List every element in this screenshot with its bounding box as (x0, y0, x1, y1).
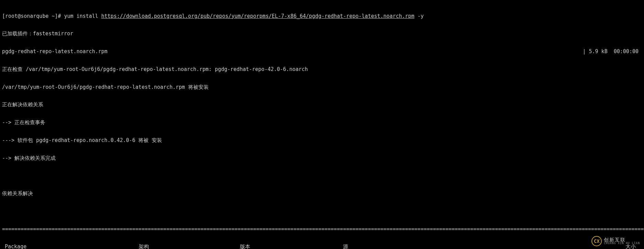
divider-double: ========================================… (2, 226, 642, 232)
terminal-window[interactable]: [root@sonarqube ~]# yum install https://… (0, 0, 644, 249)
rpm-download-line: pgdg-redhat-repo-latest.noarch.rpm| 5.9 … (2, 49, 642, 55)
table-header-row: Package架构版本源大小 (2, 244, 642, 249)
watermark-py: CHUANG XIN HU LIAN (604, 242, 640, 245)
cmd-head: yum install (64, 13, 101, 19)
watermark-text: 创新互联 CHUANG XIN HU LIAN (604, 237, 640, 245)
command-line: [root@sonarqube ~]# yum install https://… (2, 13, 642, 19)
col-version: 版本 (240, 244, 343, 249)
rpm-name: pgdg-redhat-repo-latest.noarch.rpm (2, 49, 107, 55)
blank-line (2, 173, 642, 179)
pkg-marked-line: ---> 软件包 pgdg-redhat-repo.noarch.0.42.0-… (2, 138, 642, 143)
rpm-url: https://download.postgresql.org/pub/repo… (101, 13, 414, 19)
watermark-cn: 创新互联 (604, 237, 640, 242)
resolving-line: 正在解决依赖关系 (2, 102, 642, 108)
rpm-download-status: | 5.9 kB 00:00:00 (583, 49, 642, 55)
col-arch: 架构 (139, 244, 240, 249)
watermark-logo-icon: CX (591, 236, 602, 246)
checking-line: 正在检查 /var/tmp/yum-root-Our6j6/pgdg-redha… (2, 67, 642, 72)
cmd-tail: -y (414, 13, 424, 19)
dep-resolved-line: 依赖关系解决 (2, 191, 642, 197)
plugins-line: 已加载插件：fastestmirror (2, 31, 642, 37)
blank-line (2, 209, 642, 214)
watermark: CX 创新互联 CHUANG XIN HU LIAN (591, 236, 640, 246)
will-install-line: /var/tmp/yum-root-Our6j6/pgdg-redhat-rep… (2, 84, 642, 90)
col-package: Package (2, 244, 139, 249)
dep-done-line: --> 解决依赖关系完成 (2, 155, 642, 161)
shell-prompt: [root@sonarqube ~]# (2, 13, 64, 19)
col-repo: 源 (343, 244, 515, 249)
check-trans-line: --> 正在检查事务 (2, 120, 642, 126)
